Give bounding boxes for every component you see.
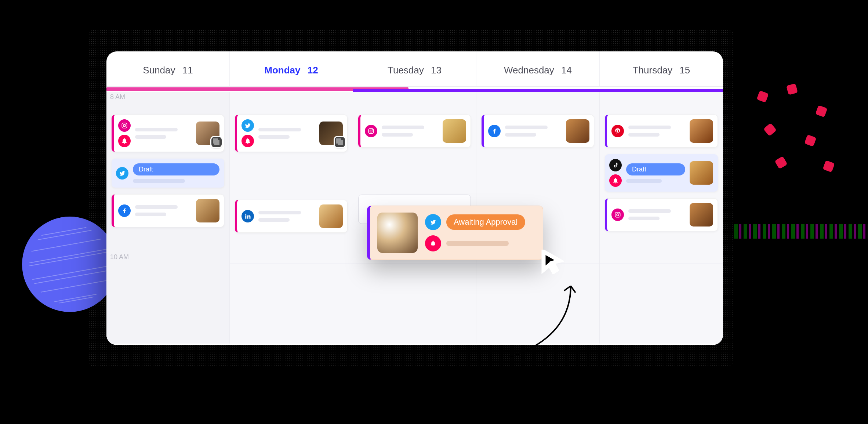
day-column-tuesday[interactable]: Tuesday 13: [353, 51, 476, 86]
dragging-post-card[interactable]: Awaiting Approval: [367, 206, 543, 260]
day-name: Wednesday: [504, 65, 554, 76]
post-text-placeholder: [258, 211, 315, 222]
calendar-day-header: Sunday 11 Monday 12 Tuesday 13 Wednesday…: [106, 51, 723, 87]
post-thumbnail: [566, 119, 589, 143]
facebook-icon: [118, 204, 131, 217]
facebook-icon: [488, 125, 501, 137]
bell-icon: [425, 235, 441, 251]
bell-icon: [241, 135, 254, 147]
post-thumbnail: [377, 213, 418, 253]
post-thumbnail: [690, 161, 713, 185]
post-text-placeholder: [133, 179, 185, 183]
time-label-8am: 8 AM: [110, 93, 125, 101]
day-column-sunday[interactable]: Sunday 11: [106, 51, 230, 86]
day-column-wednesday[interactable]: Wednesday 14: [476, 51, 600, 86]
bell-icon: [609, 174, 622, 187]
decorative-blob: [22, 217, 117, 312]
post-card[interactable]: [605, 198, 718, 231]
day-name: Sunday: [143, 65, 175, 76]
time-label-10am: 10 AM: [110, 253, 129, 261]
day-name: Thursday: [633, 65, 672, 76]
post-thumbnail: [196, 199, 219, 222]
post-thumbnail: [690, 119, 713, 143]
day-number: 15: [679, 65, 690, 76]
post-text-placeholder: [628, 209, 685, 220]
post-thumbnail: [690, 203, 713, 227]
post-text-placeholder: [505, 126, 562, 137]
decorative-stripe: [0, 121, 88, 131]
day-column-thursday[interactable]: Thursday 15: [600, 51, 723, 86]
post-text-placeholder: [628, 126, 685, 137]
post-thumbnail: [196, 122, 219, 145]
post-card[interactable]: [358, 115, 471, 148]
instagram-icon: [365, 125, 377, 137]
twitter-icon: [425, 214, 441, 230]
day-number: 13: [431, 65, 442, 76]
post-text-placeholder: [626, 179, 662, 183]
calendar-window: Sunday 11 Monday 12 Tuesday 13 Wednesday…: [106, 51, 723, 345]
decorative-confetti: [743, 84, 853, 195]
post-networks: [118, 119, 131, 147]
grid-col-thursday[interactable]: Draft: [600, 92, 723, 344]
post-card[interactable]: [112, 194, 224, 227]
twitter-icon: [241, 119, 254, 132]
post-card[interactable]: [482, 115, 594, 148]
post-text-placeholder: [446, 241, 509, 246]
day-number: 14: [561, 65, 572, 76]
post-card[interactable]: [112, 115, 224, 152]
day-name: Tuesday: [388, 65, 424, 76]
decorative-glitch: [734, 224, 868, 239]
post-card-draft[interactable]: Draft: [112, 159, 224, 188]
day-number: 12: [308, 65, 318, 76]
post-text-placeholder: [258, 128, 315, 139]
linkedin-icon: [241, 210, 254, 222]
post-card[interactable]: [605, 115, 718, 148]
bell-icon: [118, 135, 131, 147]
post-thumbnail: [443, 119, 466, 143]
instagram-icon: [611, 209, 624, 221]
post-card[interactable]: [235, 115, 348, 152]
post-thumbnail: [319, 204, 343, 228]
post-text-placeholder: [135, 205, 192, 216]
twitter-icon: [116, 167, 128, 180]
awaiting-approval-badge: Awaiting Approval: [446, 214, 525, 230]
day-number: 11: [182, 65, 193, 76]
draft-badge: Draft: [133, 163, 219, 175]
annotation-arrow: [499, 272, 595, 367]
tiktok-icon: [609, 159, 622, 171]
decorative-stripe: [0, 106, 88, 116]
post-thumbnail: [319, 122, 343, 145]
pinterest-icon: [611, 125, 624, 137]
day-column-monday[interactable]: Monday 12: [230, 51, 353, 86]
draft-badge: Draft: [626, 163, 685, 175]
grid-col-monday[interactable]: [230, 92, 353, 344]
post-card[interactable]: [235, 200, 348, 233]
post-card-draft[interactable]: Draft: [605, 154, 718, 192]
cursor-pointer-icon: [540, 250, 564, 275]
day-name: Monday: [264, 65, 300, 76]
post-text-placeholder: [382, 126, 438, 137]
grid-col-sunday[interactable]: 8 AM 10 AM Draft: [106, 92, 230, 344]
instagram-icon: [118, 119, 131, 132]
campaign-bands: [106, 87, 723, 92]
post-text-placeholder: [135, 128, 192, 139]
